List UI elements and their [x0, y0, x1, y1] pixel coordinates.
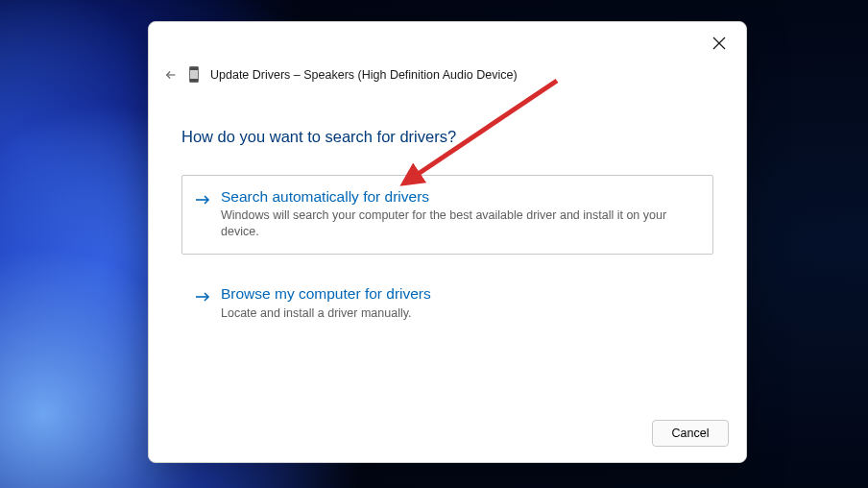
- option-search-automatically[interactable]: Search automatically for drivers Windows…: [181, 175, 713, 255]
- dialog-content: How do you want to search for drivers? S…: [149, 72, 746, 335]
- titlebar: [149, 22, 746, 72]
- option-title: Browse my computer for drivers: [221, 284, 697, 303]
- update-drivers-dialog: Update Drivers – Speakers (High Definiti…: [148, 21, 747, 463]
- arrow-right-icon: [194, 191, 211, 208]
- arrow-right-icon: [194, 288, 211, 305]
- dialog-title: Update Drivers – Speakers (High Definiti…: [210, 68, 518, 82]
- speaker-device-icon: [189, 66, 199, 83]
- cancel-button[interactable]: Cancel: [652, 420, 729, 447]
- back-arrow-icon[interactable]: [164, 68, 178, 82]
- breadcrumb: Update Drivers – Speakers (High Definiti…: [164, 66, 518, 83]
- option-browse-manually[interactable]: Browse my computer for drivers Locate an…: [181, 272, 713, 335]
- dialog-footer: Cancel: [652, 420, 729, 447]
- option-title: Search automatically for drivers: [221, 187, 697, 206]
- option-description: Locate and install a driver manually.: [221, 305, 697, 322]
- close-icon[interactable]: [711, 36, 727, 51]
- option-description: Windows will search your computer for th…: [221, 207, 697, 240]
- prompt-heading: How do you want to search for drivers?: [181, 128, 713, 146]
